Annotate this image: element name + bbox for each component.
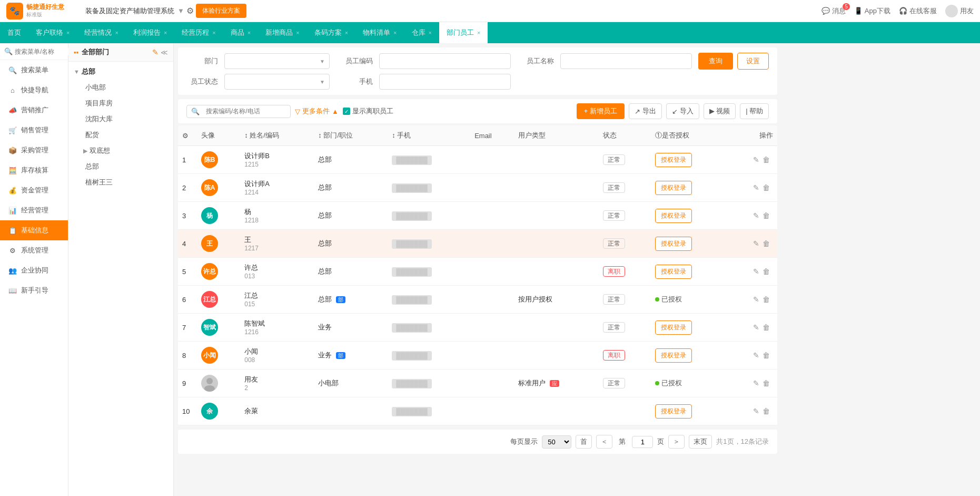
auth-login-button[interactable]: 授权登录 <box>655 181 692 195</box>
filter-more-button[interactable]: ▽ 更多条件 ▲ <box>295 106 339 116</box>
auth-login-button[interactable]: 授权登录 <box>655 265 692 279</box>
sidebar-item-销售管理[interactable]: 🛒销售管理 <box>0 120 68 140</box>
import-button[interactable]: ↙ 导入 <box>666 103 699 119</box>
nav-tab-物料清单[interactable]: 物料清单× <box>355 22 404 43</box>
sidebar-item-采购管理[interactable]: 📦采购管理 <box>0 140 68 160</box>
nav-tab-首页[interactable]: 首页 <box>0 22 28 43</box>
export-button[interactable]: ↗ 导出 <box>629 103 662 119</box>
col-dept[interactable]: ↕ 部门/职位 <box>314 125 388 146</box>
delete-button[interactable]: 🗑 <box>763 295 770 304</box>
delete-button[interactable]: 🗑 <box>763 407 770 415</box>
online-service-button[interactable]: 🎧 在线客服 <box>899 6 937 16</box>
last-page-button[interactable]: 末页 <box>689 435 712 449</box>
experience-button[interactable]: 体验行业方案 <box>196 4 246 18</box>
nav-tab-客户联络[interactable]: 客户联络× <box>28 22 77 43</box>
edit-button[interactable]: ✎ <box>753 183 759 192</box>
auth-login-button[interactable]: 授权登录 <box>655 404 692 419</box>
col-settings[interactable]: ⚙ <box>178 125 197 146</box>
dept-node-沈阳大库[interactable]: 沈阳大库 <box>68 111 173 127</box>
tab-close-商品[interactable]: × <box>248 30 251 36</box>
delete-button[interactable]: 🗑 <box>763 351 770 359</box>
auth-login-button[interactable]: 授权登录 <box>655 237 692 251</box>
dept-filter-select[interactable]: ▼ <box>224 53 330 69</box>
tab-close-部门员工[interactable]: × <box>477 30 480 36</box>
edit-button[interactable]: ✎ <box>753 295 759 304</box>
dept-collapse-icon[interactable]: ≪ <box>161 48 168 56</box>
delete-button[interactable]: 🗑 <box>763 267 770 276</box>
dept-edit-icon[interactable]: ✎ <box>152 48 159 56</box>
tab-close-仓库[interactable]: × <box>429 30 432 36</box>
nav-tab-利润报告[interactable]: 利润报告× <box>126 22 174 43</box>
app-download-button[interactable]: 📱 App下载 <box>854 6 890 16</box>
col-phone[interactable]: ↕ 手机 <box>388 125 470 146</box>
first-page-button[interactable]: 首 <box>576 435 592 449</box>
nav-tab-经营情况[interactable]: 经营情况× <box>77 22 125 43</box>
delete-button[interactable]: 🗑 <box>763 379 770 387</box>
edit-button[interactable]: ✎ <box>753 323 759 332</box>
sidebar-item-系统管理[interactable]: ⚙系统管理 <box>0 240 68 260</box>
dept-node-小电部[interactable]: 小电部 <box>68 80 173 95</box>
dept-node-植树王三[interactable]: 植树王三 <box>68 174 173 190</box>
tab-close-经营历程[interactable]: × <box>212 30 215 36</box>
page-input[interactable] <box>632 436 653 448</box>
sidebar-item-快捷导航[interactable]: ⌂快捷导航 <box>0 80 68 100</box>
edit-button[interactable]: ✎ <box>753 407 759 415</box>
message-button[interactable]: 💬 消息 5 <box>821 6 846 16</box>
edit-button[interactable]: ✎ <box>753 351 759 359</box>
dept-node-总部[interactable]: ▼ 总部 <box>68 64 173 80</box>
sidebar-item-基础信息[interactable]: 📋基础信息 <box>0 220 68 240</box>
tab-close-经营情况[interactable]: × <box>115 30 118 36</box>
emp-code-input[interactable] <box>379 53 511 69</box>
auth-login-button[interactable]: 授权登录 <box>655 209 692 223</box>
nav-tab-条码方案[interactable]: 条码方案× <box>307 22 355 43</box>
delete-button[interactable]: 🗑 <box>763 239 770 248</box>
delete-button[interactable]: 🗑 <box>763 183 770 192</box>
search-input[interactable] <box>202 108 286 115</box>
edit-button[interactable]: ✎ <box>753 211 759 220</box>
sidebar-item-搜索菜单[interactable]: 🔍搜索菜单 <box>0 60 68 80</box>
tab-close-新增商品[interactable]: × <box>296 30 299 36</box>
emp-status-select[interactable]: ▼ <box>224 74 330 90</box>
sidebar-item-企业协同[interactable]: 👥企业协同 <box>0 260 68 280</box>
auth-login-button[interactable]: 授权登录 <box>655 348 692 363</box>
set-button[interactable]: 设置 <box>737 53 769 70</box>
delete-button[interactable]: 🗑 <box>763 155 770 164</box>
sidebar-item-营销推广[interactable]: 📣营销推广 <box>0 100 68 120</box>
user-button[interactable]: 用友 <box>945 5 974 17</box>
dept-node-总部[interactable]: 总部 <box>68 159 173 174</box>
dept-node-双底想[interactable]: ▶ 双底想 <box>68 143 173 159</box>
col-name[interactable]: ↕ 姓名/编码 <box>240 125 314 146</box>
dept-node-项目库房[interactable]: 项目库房 <box>68 95 173 111</box>
show-inactive-toggle[interactable]: ✓ 显示离职员工 <box>343 106 393 116</box>
page-size-select[interactable]: 50 20 100 <box>542 435 571 449</box>
sidebar-item-新手引导[interactable]: 📖新手引导 <box>0 280 68 300</box>
tab-close-物料清单[interactable]: × <box>393 30 397 36</box>
prev-page-button[interactable]: ＜ <box>596 435 612 449</box>
nav-tab-新增商品[interactable]: 新增商品× <box>258 22 306 43</box>
nav-tab-部门员工[interactable]: 部门员工× <box>439 22 488 43</box>
tab-close-利润报告[interactable]: × <box>164 30 167 36</box>
sidebar-item-库存核算[interactable]: 🧮库存核算 <box>0 160 68 180</box>
edit-button[interactable]: ✎ <box>753 379 759 387</box>
edit-button[interactable]: ✎ <box>753 239 759 248</box>
nav-tab-商品[interactable]: 商品× <box>223 22 258 43</box>
nav-tab-仓库[interactable]: 仓库× <box>404 22 439 43</box>
settings-button[interactable]: ⚙ <box>184 4 196 18</box>
auth-login-button[interactable]: 授权登录 <box>655 153 692 167</box>
help-button[interactable]: | 帮助 <box>740 103 769 119</box>
dept-node-配货[interactable]: 配货 <box>68 127 173 143</box>
emp-name-input[interactable] <box>560 53 692 69</box>
query-button[interactable]: 查询 <box>698 53 733 70</box>
add-employee-button[interactable]: + 新增员工 <box>577 103 625 119</box>
edit-button[interactable]: ✎ <box>753 155 759 164</box>
delete-button[interactable]: 🗑 <box>763 211 770 220</box>
phone-input[interactable] <box>379 74 511 90</box>
sidebar-item-资金管理[interactable]: 💰资金管理 <box>0 180 68 200</box>
dropdown-arrow[interactable]: ▼ <box>177 7 184 15</box>
tab-close-客户联络[interactable]: × <box>66 30 70 36</box>
sidebar-item-经营管理[interactable]: 📊经营管理 <box>0 200 68 220</box>
nav-tab-经营历程[interactable]: 经营历程× <box>174 22 223 43</box>
auth-login-button[interactable]: 授权登录 <box>655 320 692 335</box>
tab-close-条码方案[interactable]: × <box>345 30 348 36</box>
edit-button[interactable]: ✎ <box>753 267 759 276</box>
